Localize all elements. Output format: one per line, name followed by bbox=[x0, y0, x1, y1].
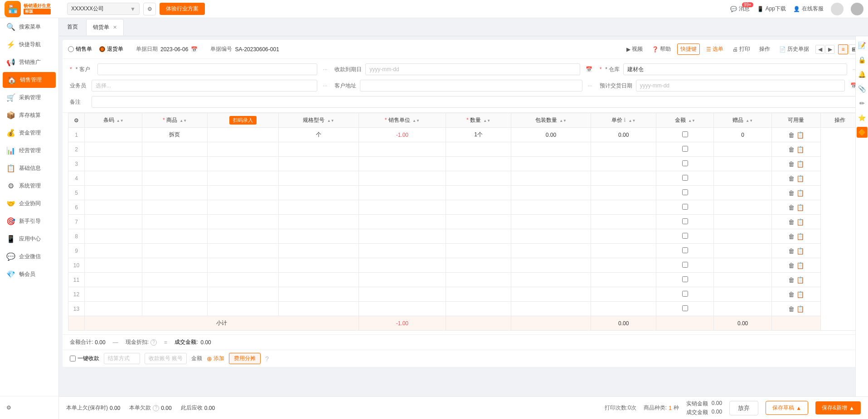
copy-icon-5[interactable]: 📋 bbox=[796, 189, 804, 197]
copy-icon-10[interactable]: 📋 bbox=[796, 262, 804, 269]
avatar2[interactable] bbox=[851, 3, 863, 15]
col-scan-btn[interactable]: 扫码录入 bbox=[207, 113, 278, 128]
copy-icon-6[interactable]: 📋 bbox=[796, 204, 804, 211]
discount-help-icon[interactable]: ? bbox=[150, 339, 157, 346]
copy-icon-3[interactable]: 📋 bbox=[796, 160, 804, 168]
return-order-radio-input[interactable] bbox=[99, 46, 105, 52]
salesperson-input[interactable]: 选择... bbox=[92, 80, 317, 92]
sidebar-item-inventory[interactable]: 📦 库存核算 bbox=[0, 106, 58, 124]
sidebar-item-enterprise[interactable]: 🤝 企业协同 bbox=[0, 195, 58, 212]
gift-1[interactable] bbox=[656, 128, 714, 142]
help-btn[interactable]: ❓ 帮助 bbox=[649, 44, 674, 54]
sidebar-item-guide[interactable]: 🎯 新手引导 bbox=[0, 212, 58, 230]
delete-icon-8[interactable]: 🗑 bbox=[788, 233, 795, 240]
copy-icon-1[interactable]: 📋 bbox=[796, 131, 804, 139]
warehouse-input[interactable]: 建材仓 bbox=[623, 63, 847, 75]
company-selector[interactable]: XXXXXX公司 ▼ bbox=[67, 3, 140, 15]
barcode-sort[interactable]: ▲▼ bbox=[116, 119, 124, 123]
tab-close-icon[interactable]: ✕ bbox=[113, 24, 117, 30]
copy-icon-12[interactable]: 📋 bbox=[796, 291, 804, 298]
delete-icon-1[interactable]: 🗑 bbox=[788, 131, 795, 139]
app-download-tool[interactable]: 📱 App下载 bbox=[757, 5, 786, 13]
shortcut-btn[interactable]: 快捷键 bbox=[677, 43, 700, 55]
float-orange-icon[interactable]: 🔶 bbox=[857, 127, 868, 138]
delete-icon-6[interactable]: 🗑 bbox=[788, 204, 795, 211]
sidebar-settings-btn[interactable]: ⚙ bbox=[0, 400, 58, 415]
save-new-btn[interactable]: 保存&新增 ▲ bbox=[815, 401, 861, 414]
sidebar-search[interactable]: 🔍 搜索菜单 bbox=[0, 18, 58, 36]
float-bell-icon[interactable]: 🔔 bbox=[857, 69, 868, 80]
amount-1[interactable]: 0.00 bbox=[591, 128, 656, 142]
sales-order-radio-input[interactable] bbox=[68, 46, 74, 52]
delete-icon-5[interactable]: 🗑 bbox=[788, 189, 795, 197]
tab-sales-order[interactable]: 销货单 ✕ bbox=[86, 19, 124, 35]
total-owe-help[interactable]: ? bbox=[153, 405, 159, 411]
payment-method-input[interactable]: 结算方式 bbox=[104, 353, 140, 364]
discard-btn[interactable]: 放弃 bbox=[729, 401, 758, 415]
delete-icon-7[interactable]: 🗑 bbox=[788, 218, 795, 226]
select-btn[interactable]: ☰ 选单 bbox=[703, 44, 726, 54]
date-calendar-icon[interactable]: 📅 bbox=[191, 46, 198, 53]
copy-icon-13[interactable]: 📋 bbox=[796, 305, 804, 313]
gift-sort[interactable]: ▲▼ bbox=[746, 119, 753, 123]
message-tool[interactable]: 💬 消息 99+ bbox=[730, 5, 750, 13]
price-sort[interactable]: ▲▼ bbox=[629, 119, 636, 123]
unit-sort[interactable]: ▲▼ bbox=[412, 119, 420, 123]
pkg-sort[interactable]: ▲▼ bbox=[559, 119, 567, 123]
sidebar-item-finance[interactable]: 💰 资金管理 bbox=[0, 124, 58, 142]
sidebar-item-purchase[interactable]: 🛒 采购管理 bbox=[0, 89, 58, 106]
prev-arrow[interactable]: ◀ bbox=[815, 45, 824, 54]
copy-icon-4[interactable]: 📋 bbox=[796, 175, 804, 182]
payment-help-icon[interactable]: ? bbox=[265, 355, 269, 362]
float-lock-icon[interactable]: 🔒 bbox=[857, 54, 868, 65]
delete-icon-2[interactable]: 🗑 bbox=[788, 146, 795, 153]
customer-input[interactable] bbox=[97, 63, 318, 75]
col-gear[interactable]: ⚙ bbox=[68, 113, 85, 128]
float-attach-icon[interactable]: 📎 bbox=[857, 83, 868, 94]
tab-home[interactable]: 首页 bbox=[61, 19, 84, 35]
qty-sort[interactable]: ▲▼ bbox=[483, 119, 490, 123]
delete-icon-9[interactable]: 🗑 bbox=[788, 247, 795, 255]
video-btn[interactable]: ▶ 视频 bbox=[624, 44, 645, 54]
experience-btn[interactable]: 体验行业方案 bbox=[160, 3, 205, 15]
save-draft-btn[interactable]: 保存草稿 ▲ bbox=[766, 401, 808, 415]
sidebar-item-sales[interactable]: 🏠 销售管理 bbox=[3, 72, 56, 88]
product-1[interactable]: 拆页 bbox=[142, 128, 208, 142]
delete-icon-12[interactable]: 🗑 bbox=[788, 291, 795, 298]
payment-account-input[interactable]: 收款账号 账号 bbox=[145, 353, 187, 364]
avatar[interactable] bbox=[831, 3, 844, 15]
sidebar-item-marketing[interactable]: 📢 营销推广 bbox=[0, 53, 58, 71]
barcode-1[interactable] bbox=[85, 128, 142, 142]
expected-date-input[interactable]: yyyy-mm-dd bbox=[636, 80, 845, 92]
copy-icon-7[interactable]: 📋 bbox=[796, 218, 804, 226]
payment-due-input[interactable]: yyyy-mm-dd bbox=[365, 63, 580, 75]
print-btn[interactable]: 🖨 打印 bbox=[730, 44, 753, 54]
sidebar-item-basic-info[interactable]: 📋 基础信息 bbox=[0, 159, 58, 177]
return-order-radio[interactable]: 退货单 bbox=[99, 45, 123, 53]
sidebar-item-vip[interactable]: 💎 畅会员 bbox=[0, 265, 58, 283]
gift-checkbox-1[interactable] bbox=[682, 131, 688, 137]
unit-price-1[interactable]: 0.00 bbox=[511, 128, 591, 142]
sidebar-item-quick-nav[interactable]: ⚡ 快捷导航 bbox=[0, 36, 58, 53]
copy-icon-8[interactable]: 📋 bbox=[796, 233, 804, 240]
copy-icon-2[interactable]: 📋 bbox=[796, 146, 804, 153]
salesperson-more-icon[interactable]: ··· bbox=[323, 82, 327, 89]
sidebar-item-wechat[interactable]: 💬 企业微信 bbox=[0, 248, 58, 265]
copy-icon-11[interactable]: 📋 bbox=[796, 276, 804, 284]
customer-addr-input[interactable] bbox=[360, 80, 582, 92]
product-sort[interactable]: ▲▼ bbox=[179, 119, 187, 123]
payment-due-calendar-icon[interactable]: 📅 bbox=[586, 66, 592, 72]
sales-order-radio[interactable]: 销售单 bbox=[68, 45, 92, 53]
delete-icon-13[interactable]: 🗑 bbox=[788, 305, 795, 313]
sidebar-item-operations[interactable]: 📊 经营管理 bbox=[0, 142, 58, 159]
history-btn[interactable]: 📄 历史单据 bbox=[776, 44, 812, 54]
one-click-payment-checkbox[interactable] bbox=[70, 356, 76, 361]
amount-sort[interactable]: ▲▼ bbox=[688, 119, 695, 123]
float-edit-icon[interactable]: 📝 bbox=[857, 40, 868, 51]
delete-icon-10[interactable]: 🗑 bbox=[788, 262, 795, 269]
list-view-btn[interactable]: ≡ bbox=[838, 44, 848, 54]
unit-price-info-icon[interactable]: ℹ bbox=[624, 117, 626, 123]
next-arrow[interactable]: ▶ bbox=[825, 45, 834, 54]
delete-icon-4[interactable]: 🗑 bbox=[788, 175, 795, 182]
delete-icon-11[interactable]: 🗑 bbox=[788, 276, 795, 284]
